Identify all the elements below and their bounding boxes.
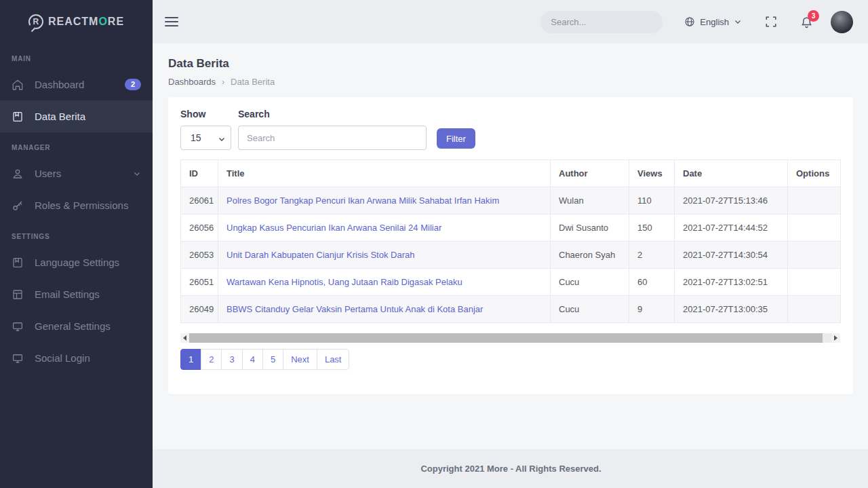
nav-section-settings: SETTINGS (0, 221, 153, 246)
page-button-3[interactable]: 3 (221, 349, 242, 370)
search-label: Search (238, 109, 427, 119)
cell-id: 26056 (181, 214, 218, 242)
sidebar-item-roles-permissions[interactable]: Roles & Permissions (0, 189, 153, 221)
sidebar-item-dashboard[interactable]: Dashboard 2 (0, 69, 153, 100)
article-link[interactable]: Polres Bogor Tangkap Pencuri Ikan Arwana… (226, 195, 499, 206)
scroll-left-button[interactable] (180, 333, 189, 343)
cell-date: 2021-07-27T13:00:35 (675, 296, 788, 323)
sidebar-item-language-settings[interactable]: Language Settings (0, 246, 153, 278)
fullscreen-button[interactable] (765, 16, 777, 28)
cell-date: 2021-07-27T14:44:52 (675, 214, 788, 242)
chevron-down-icon (734, 18, 742, 26)
breadcrumb-current: Data Berita (231, 77, 275, 87)
col-header-title: Title (218, 160, 551, 187)
layout-icon (12, 288, 24, 301)
fullscreen-icon (765, 16, 777, 28)
copyright-text: Copyright 2021 More - All Rights Reserve… (420, 464, 601, 474)
cell-author: Dwi Susanto (551, 214, 629, 242)
notification-count-badge: 3 (808, 10, 819, 22)
page-size-select[interactable]: 15 (180, 126, 231, 150)
cell-title: Ungkap Kasus Pencurian Ikan Arwana Senil… (218, 214, 551, 242)
sidebar-item-label: Dashboard (35, 79, 84, 90)
page-button-next[interactable]: Next (283, 349, 317, 370)
cell-date: 2021-07-27T14:30:54 (675, 242, 788, 269)
page-title: Data Berita (168, 57, 853, 71)
breadcrumb-dashboards[interactable]: Dashboards (168, 77, 216, 87)
article-link[interactable]: Wartawan Kena Hipnotis, Uang Jutaan Raib… (226, 277, 462, 287)
sidebar-item-users[interactable]: Users (0, 157, 153, 189)
language-selector[interactable]: English (684, 16, 742, 27)
cell-options (788, 296, 841, 323)
home-icon (12, 79, 24, 91)
cell-id: 26051 (181, 269, 218, 296)
table-row: 26049 BBWS Citanduy Gelar Vaksin Pertama… (181, 296, 841, 323)
table-row: 26053 Unit Darah Kabupaten Cianjur Krisi… (181, 242, 841, 269)
show-label: Show (180, 109, 231, 119)
monitor-icon (12, 320, 24, 333)
article-link[interactable]: Ungkap Kasus Pencurian Ikan Arwana Senil… (226, 223, 441, 233)
col-header-options: Options (788, 160, 841, 187)
table-search-input[interactable] (238, 126, 427, 150)
col-header-author: Author (551, 160, 629, 187)
sidebar-item-label: Data Berita (35, 111, 85, 122)
book-icon (12, 257, 24, 269)
globe-icon (684, 16, 695, 27)
nav-section-manager: MANAGER (0, 132, 153, 157)
cell-date: 2021-07-27T13:02:51 (675, 269, 788, 296)
sidebar-item-email-settings[interactable]: Email Settings (0, 278, 153, 310)
page-button-5[interactable]: 5 (262, 349, 283, 370)
sidebar-item-label: Users (35, 168, 61, 179)
topbar-search (540, 11, 663, 33)
sidebar-item-label: Language Settings (35, 257, 119, 268)
scroll-right-arrow-icon (834, 335, 837, 341)
table-controls: Show 15 Search Filter (180, 109, 841, 150)
sidebar-item-general-settings[interactable]: General Settings (0, 310, 153, 342)
brand-logo-icon: R (28, 14, 43, 29)
cell-options (788, 242, 841, 269)
cell-views: 150 (629, 214, 675, 242)
key-icon (12, 200, 24, 212)
sidebar-item-social-login[interactable]: Social Login (0, 342, 153, 374)
menu-icon[interactable] (165, 14, 178, 29)
scroll-right-button[interactable] (831, 333, 840, 343)
col-header-date: Date (675, 160, 788, 187)
cell-author: Wulan (551, 187, 629, 214)
scrollbar-thumb[interactable] (189, 333, 823, 343)
breadcrumb-separator-icon: › (222, 77, 224, 87)
sidebar-item-label: Email Settings (35, 288, 100, 300)
cell-options (788, 214, 841, 242)
language-label: English (700, 17, 729, 27)
notifications-button[interactable]: 3 (800, 16, 813, 29)
sidebar-item-data-berita[interactable]: Data Berita (0, 100, 153, 132)
breadcrumb: Dashboards › Data Berita (168, 77, 853, 87)
cell-views: 110 (629, 187, 675, 214)
page-button-4[interactable]: 4 (242, 349, 263, 370)
search-field-group: Search (238, 109, 427, 150)
cell-title: Polres Bogor Tangkap Pencuri Ikan Arwana… (218, 187, 551, 214)
sidebar-item-label: Social Login (35, 352, 90, 364)
brand-logo[interactable]: R REACTMORE (0, 0, 153, 43)
table-header-row: ID Title Author Views Date Options (181, 160, 841, 187)
article-link[interactable]: Unit Darah Kabupaten Cianjur Krisis Stok… (226, 250, 414, 260)
book-icon (12, 111, 24, 123)
footer: Copyright 2021 More - All Rights Reserve… (153, 449, 868, 488)
cell-title: Unit Darah Kabupaten Cianjur Krisis Stok… (218, 242, 551, 269)
cell-title: Wartawan Kena Hipnotis, Uang Jutaan Raib… (218, 269, 551, 296)
page-button-2[interactable]: 2 (201, 349, 222, 370)
filter-button[interactable]: Filter (437, 128, 475, 149)
brand-logo-text: REACTMORE (48, 16, 124, 28)
avatar[interactable] (831, 11, 853, 33)
dashboard-count-badge: 2 (125, 79, 141, 90)
pagination: 1 2 3 4 5 Next Last (180, 349, 841, 370)
monitor-icon (12, 352, 24, 364)
user-icon (12, 168, 24, 180)
page-button-1[interactable]: 1 (180, 349, 201, 370)
horizontal-scrollbar[interactable] (180, 333, 840, 343)
chevron-down-icon (133, 170, 141, 178)
article-link[interactable]: BBWS Citanduy Gelar Vaksin Pertama Untuk… (226, 304, 483, 314)
search-input[interactable] (551, 17, 670, 27)
cell-views: 2 (629, 242, 675, 269)
page-button-last[interactable]: Last (317, 349, 350, 370)
cell-id: 26049 (181, 296, 218, 323)
cell-date: 2021-07-27T15:13:46 (675, 187, 788, 214)
